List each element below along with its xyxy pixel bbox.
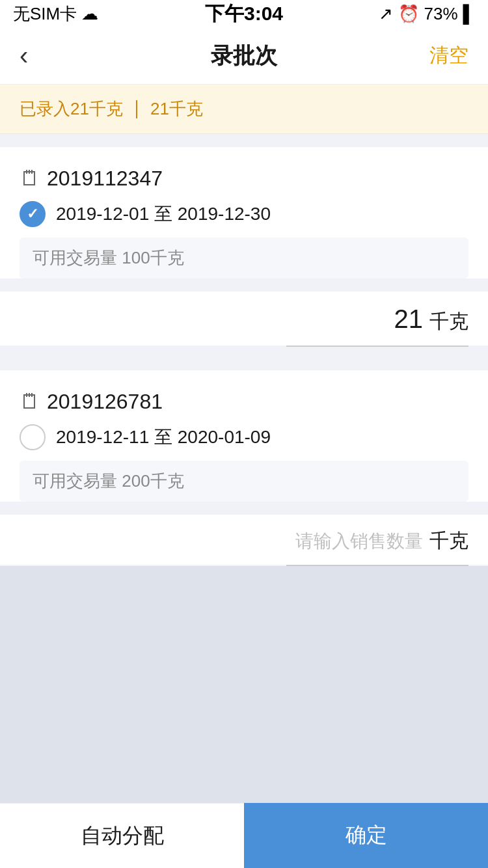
batch2-id: 2019126781 — [47, 390, 163, 414]
separator1 — [0, 347, 488, 357]
batch1-icon: 🗒 — [20, 167, 40, 191]
batch1-amount-value: 21 — [394, 305, 424, 334]
batch1-select-row[interactable]: ✓ 2019-12-01 至 2019-12-30 — [20, 201, 468, 227]
sim-label: 无SIM卡 ☁ — [13, 3, 98, 25]
location-icon: ↗ — [379, 4, 393, 24]
batch2-radio[interactable] — [20, 424, 46, 450]
page-title: 录批次 — [211, 41, 277, 71]
batch2-available-qty: 可用交易量 200千克 — [20, 461, 468, 502]
gray-area — [0, 566, 488, 813]
batch1-amount-unit: 千克 — [429, 308, 468, 335]
check-icon: ✓ — [27, 206, 38, 223]
recorded-label: 已录入21千克 — [20, 98, 123, 120]
batch2-input-placeholder[interactable]: 请输入销售数量 — [295, 529, 423, 554]
batch1-id: 2019112347 — [47, 167, 163, 191]
battery-icon: ▌ — [463, 4, 475, 24]
bottom-bar: 自动分配 确定 — [0, 803, 488, 868]
batch2-icon: 🗒 — [20, 390, 40, 414]
auto-distribute-button[interactable]: 自动分配 — [0, 803, 244, 868]
nav-bar: ‹ 录批次 清空 — [0, 27, 488, 85]
batch2-date-range: 2019-12-11 至 2020-01-09 — [56, 425, 271, 450]
batch2-select-row[interactable]: 2019-12-11 至 2020-01-09 — [20, 424, 468, 450]
batch1-date-range: 2019-12-01 至 2019-12-30 — [56, 202, 271, 226]
batch1-card: 🗒 2019112347 ✓ 2019-12-01 至 2019-12-30 可… — [0, 147, 488, 278]
confirm-button[interactable]: 确定 — [244, 803, 488, 868]
status-bar: 无SIM卡 ☁ 下午3:04 ↗ ⏰ 73% ▌ — [0, 0, 488, 27]
status-right: ↗ ⏰ 73% ▌ — [379, 4, 475, 24]
batch2-card: 🗒 2019126781 2019-12-11 至 2020-01-09 可用交… — [0, 370, 488, 502]
back-button[interactable]: ‹ — [20, 41, 59, 70]
batch2-header: 🗒 2019126781 — [20, 390, 468, 414]
clear-button[interactable]: 清空 — [429, 42, 468, 69]
batch2-input-row: 请输入销售数量 千克 — [0, 515, 488, 565]
status-time: 下午3:04 — [205, 1, 283, 27]
alarm-icon: ⏰ — [398, 4, 419, 24]
batch1-available-qty: 可用交易量 100千克 — [20, 237, 468, 278]
battery-label: 73% — [424, 4, 458, 24]
status-left: 无SIM卡 ☁ — [13, 3, 98, 25]
recorded-value: 21千克 — [150, 98, 203, 120]
batch1-radio[interactable]: ✓ — [20, 201, 46, 227]
info-banner: 已录入21千克 21千克 — [0, 85, 488, 134]
batch2-unit: 千克 — [429, 528, 468, 554]
batch1-amount-row: 21 千克 — [0, 292, 488, 346]
banner-divider — [136, 100, 137, 118]
batch1-header: 🗒 2019112347 — [20, 167, 468, 191]
